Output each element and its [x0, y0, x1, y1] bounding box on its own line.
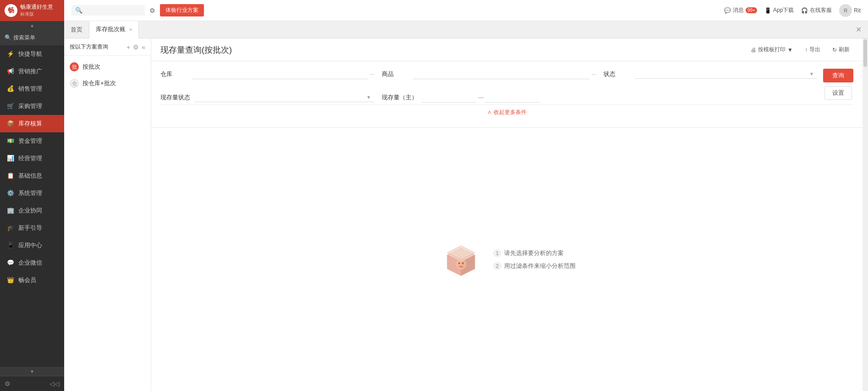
- status-dropdown[interactable]: ▼: [635, 70, 818, 79]
- inventory-icon: 📦: [6, 119, 15, 128]
- sidebar-item-corp[interactable]: 🏢 企业协同: [0, 202, 64, 219]
- scheme-settings-icon[interactable]: ⚙: [133, 43, 139, 51]
- member-label: 畅会员: [18, 276, 36, 284]
- header-search-bar[interactable]: 🔍: [71, 5, 145, 16]
- sidebar-item-marketing[interactable]: 📢 营销推广: [0, 63, 64, 80]
- corp-label: 企业协同: [18, 206, 42, 215]
- sidebar-item-finance[interactable]: 💵 资金管理: [0, 132, 64, 150]
- sidebar-item-purchase[interactable]: 🛒 采购管理: [0, 98, 64, 115]
- message-action[interactable]: 💬 消息 99+: [724, 6, 757, 14]
- sidebar-item-operations[interactable]: 📊 经营管理: [0, 150, 64, 167]
- warehouse-filter: 仓库 ···: [160, 69, 374, 79]
- scheme-item-warehouse-batch[interactable]: 仓 按仓库+批次: [64, 75, 151, 92]
- sidebar-scroll-down[interactable]: ▼: [0, 367, 64, 376]
- print-icon: 🖨: [751, 47, 756, 53]
- app-download-label: App下载: [773, 6, 794, 14]
- inventory-qty-from[interactable]: [421, 92, 476, 103]
- header-right: 💬 消息 99+ 📱 App下载 🎧 在线客服 R Rit: [724, 4, 861, 17]
- tip-2-num: 2: [493, 262, 501, 270]
- refresh-icon: ↻: [832, 47, 837, 53]
- scrollbar-thumb: [863, 39, 867, 67]
- export-button[interactable]: ↑ 导出: [801, 44, 824, 55]
- wechat-label: 企业微信: [18, 259, 42, 267]
- search-label: 搜索菜单: [13, 34, 35, 42]
- header-left: 🔍 ⚙ 体验行业方案: [71, 4, 204, 16]
- print-label: 按模板打印: [758, 46, 786, 54]
- scheme-item-batch[interactable]: 批 按批次: [64, 59, 151, 75]
- edition-label: 标准版: [20, 11, 53, 17]
- sidebar-item-apps[interactable]: 📱 应用中心: [0, 237, 64, 254]
- company-name: 畅康通好生意: [20, 4, 53, 11]
- header-search-input[interactable]: [84, 7, 130, 14]
- settings-button[interactable]: 设置: [824, 86, 852, 100]
- empty-tips: 1 请先选择要分析的方案 2 用过滤条件来缩小分析范围: [493, 249, 576, 270]
- sales-icon: 💰: [6, 85, 15, 93]
- sales-label: 销售管理: [18, 85, 42, 93]
- apps-icon: 📱: [6, 241, 15, 250]
- user-action[interactable]: R Rit: [839, 4, 861, 17]
- tab-home[interactable]: 首页: [64, 21, 89, 38]
- warehouse-more-icon[interactable]: ···: [370, 71, 374, 77]
- tab-panel-close-button[interactable]: ✕: [849, 21, 868, 38]
- scheme-batch-icon: 批: [70, 62, 79, 71]
- page-title-actions: 🖨 按模板打印 ▼ ↑ 导出 ↻ 刷新: [747, 44, 853, 55]
- top-header: 🔍 ⚙ 体验行业方案 💬 消息 99+ 📱 App下载 🎧 在线客服: [64, 0, 868, 21]
- status-label: 状态: [604, 70, 631, 78]
- refresh-button[interactable]: ↻ 刷新: [829, 44, 853, 55]
- collapse-more-button[interactable]: ∧ 收起更多条件: [160, 104, 853, 120]
- inventory-qty-dash: —: [476, 94, 485, 101]
- sidebar-item-inventory[interactable]: 📦 库存核算: [0, 115, 64, 132]
- product-more-icon[interactable]: ···: [592, 71, 596, 77]
- inventory-status-label: 现存量状态: [160, 93, 190, 102]
- tab-close-icon[interactable]: ×: [129, 27, 132, 32]
- app-download-action[interactable]: 📱 App下载: [764, 6, 794, 14]
- finance-icon: 💵: [6, 137, 15, 145]
- inventory-status-dropdown[interactable]: ▼: [194, 93, 374, 102]
- scheme-list: 批 按批次 仓 按仓库+批次: [64, 56, 151, 391]
- customer-service-action[interactable]: 🎧 在线客服: [801, 6, 832, 14]
- sidebar-item-member[interactable]: 👑 畅会员: [0, 272, 64, 289]
- trial-button[interactable]: 体验行业方案: [160, 4, 204, 16]
- query-button[interactable]: 查询: [823, 69, 853, 82]
- print-button[interactable]: 🖨 按模板打印 ▼: [747, 44, 797, 55]
- sidebar-item-system[interactable]: ⚙️ 系统管理: [0, 185, 64, 202]
- empty-state: 1 请先选择要分析的方案 2 用过滤条件来缩小分析范围: [151, 128, 863, 391]
- sidebar-search[interactable]: 🔍 搜索菜单: [0, 30, 64, 45]
- corp-icon: 🏢: [6, 206, 15, 215]
- empty-content: 1 请先选择要分析的方案 2 用过滤条件来缩小分析范围: [438, 237, 576, 282]
- footer-settings-icon[interactable]: ⚙: [5, 380, 11, 387]
- svg-point-6: [462, 262, 464, 264]
- headset-icon: 🎧: [801, 7, 808, 14]
- tab-inventory-batch[interactable]: 库存批次账 ×: [89, 21, 139, 38]
- scheme-panel-title: 按以下方案查询: [70, 43, 108, 51]
- scheme-warehouse-batch-label: 按仓库+批次: [82, 79, 116, 87]
- sidebar-item-basics[interactable]: 📋 基础信息: [0, 167, 64, 185]
- print-dropdown-icon[interactable]: ▼: [787, 47, 793, 53]
- member-icon: 👑: [6, 276, 15, 284]
- export-label: 导出: [809, 46, 820, 54]
- sidebar-item-sales[interactable]: 💰 销售管理: [0, 80, 64, 98]
- sidebar-scroll-up[interactable]: ▲: [0, 21, 64, 30]
- product-input[interactable]: [413, 69, 589, 79]
- warehouse-input[interactable]: [192, 69, 368, 79]
- empty-icon: [438, 237, 484, 282]
- scheme-header-actions: + ⚙ «: [126, 43, 145, 51]
- product-label: 商品: [382, 70, 409, 78]
- footer-collapse-icon[interactable]: ◁◁: [49, 380, 60, 387]
- scheme-add-icon[interactable]: +: [126, 43, 130, 51]
- avatar-initial: R: [844, 8, 847, 13]
- right-scrollbar[interactable]: [863, 38, 868, 391]
- sidebar-item-newuser[interactable]: 🎓 新手引导: [0, 219, 64, 237]
- sidebar-item-wechat[interactable]: 💬 企业微信: [0, 254, 64, 272]
- sidebar-company: 畅康通好生意 标准版: [20, 4, 53, 17]
- page-title-bar: 现存量查询(按批次) 🖨 按模板打印 ▼ ↑ 导出 ↻ 刷新: [151, 38, 863, 61]
- scheme-batch-label: 按批次: [82, 63, 100, 71]
- system-icon: ⚙️: [6, 189, 15, 197]
- sidebar-item-quick-nav[interactable]: ⚡ 快捷导航: [0, 45, 64, 63]
- username-label: Rit: [854, 7, 861, 14]
- scheme-collapse-icon[interactable]: «: [142, 43, 145, 51]
- inventory-qty-to[interactable]: [485, 92, 540, 103]
- customer-service-label: 在线客服: [810, 6, 832, 14]
- sidebar-header: 畅 畅康通好生意 标准版: [0, 0, 64, 21]
- header-settings-icon[interactable]: ⚙: [149, 7, 155, 14]
